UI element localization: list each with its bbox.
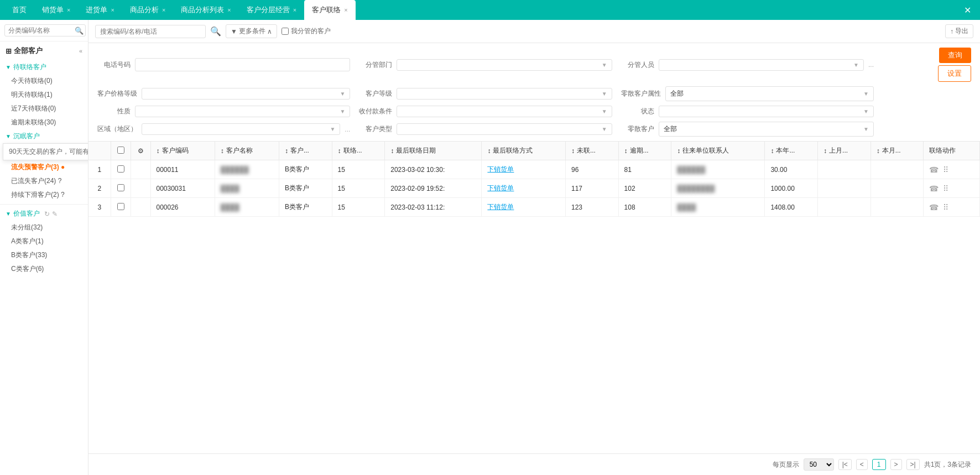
- customer-type-select[interactable]: ▼: [397, 123, 612, 135]
- first-page-btn[interactable]: |<: [838, 459, 852, 470]
- dept-select[interactable]: ▼: [397, 59, 612, 71]
- price-tier-select[interactable]: ▼: [142, 88, 350, 100]
- tab-customer-contact[interactable]: 客户联络 ×: [304, 0, 355, 20]
- sidebar-section-value[interactable]: ▼ 价值客户 ↻ ✎: [0, 207, 88, 221]
- col-contact-sort-icon[interactable]: ↕: [338, 147, 341, 155]
- close-window-btn[interactable]: ✕: [960, 5, 976, 15]
- status-select[interactable]: ▼: [659, 106, 874, 117]
- sidebar-item-class-c[interactable]: C类客户(6): [0, 262, 88, 276]
- person-select[interactable]: ▼: [659, 59, 864, 71]
- row-last-way: 下销货单: [482, 179, 566, 198]
- select-all-checkbox[interactable]: [117, 147, 124, 154]
- customer-grade-label: 客户等级: [359, 89, 392, 98]
- sidebar-item-overdue[interactable]: 逾期未联络(30): [0, 116, 88, 129]
- last-page-btn[interactable]: >|: [906, 459, 920, 470]
- tab-analysis-table-close[interactable]: ×: [227, 7, 231, 13]
- sidebar-item-ungrouped[interactable]: 未分组(32): [0, 221, 88, 234]
- action-more-icon[interactable]: ⠿: [943, 203, 948, 212]
- section-pending-label: 待联络客户: [13, 62, 46, 72]
- prev-page-btn[interactable]: <: [856, 459, 868, 470]
- last-way-link[interactable]: 下销货单: [487, 203, 514, 211]
- row-select-checkbox[interactable]: [117, 184, 124, 191]
- tab-customer-contact-close[interactable]: ×: [344, 7, 347, 13]
- sidebar-item-declining[interactable]: 持续下滑客户(2) ?: [0, 188, 88, 202]
- col-unit-contact-sort-icon[interactable]: ↕: [677, 147, 680, 155]
- col-this-year-sort-icon[interactable]: ↕: [770, 147, 774, 155]
- row-no-contact: 123: [565, 198, 618, 217]
- settings-button[interactable]: 设置: [938, 65, 971, 82]
- action-more-icon[interactable]: ⠿: [943, 184, 948, 193]
- sidebar-item-tomorrow[interactable]: 明天待联络(1): [0, 88, 88, 102]
- col-settings[interactable]: ⚙: [131, 142, 150, 160]
- sidebar-item-7days[interactable]: 近7天待联络(0): [0, 102, 88, 116]
- my-customers-checkbox-label[interactable]: 我分管的客户: [282, 27, 331, 36]
- action-phone-icon[interactable]: ☎: [929, 203, 939, 212]
- col-last-date-sort-icon[interactable]: ↕: [390, 147, 394, 155]
- phone-input[interactable]: [135, 58, 350, 71]
- sidebar-section-dormant[interactable]: ▼ 沉眠客户: [0, 129, 88, 143]
- col-type-sort-icon[interactable]: ↕: [285, 147, 288, 155]
- region-more-icon[interactable]: ...: [345, 126, 350, 133]
- col-code-sort-icon[interactable]: ↕: [157, 147, 160, 155]
- row-select-checkbox[interactable]: [117, 203, 124, 210]
- sidebar-collapse-icon[interactable]: «: [79, 48, 82, 54]
- sidebar-item-today[interactable]: 今天待联络(0): [0, 74, 88, 88]
- search-button[interactable]: 🔍: [210, 26, 221, 36]
- search-input[interactable]: [95, 25, 206, 38]
- query-button[interactable]: 查询: [939, 48, 971, 63]
- col-name-sort-icon[interactable]: ↕: [221, 147, 224, 155]
- customer-grade-select[interactable]: ▼: [397, 88, 612, 100]
- tab-analysis[interactable]: 商品分析 ×: [122, 0, 173, 20]
- more-conditions-button[interactable]: ▼ 更多条件 ∧: [226, 24, 277, 38]
- col-last-month-label: 上月...: [829, 146, 848, 155]
- tab-customer-tier-close[interactable]: ×: [293, 7, 296, 13]
- tab-sales[interactable]: 销货单 ×: [34, 0, 78, 20]
- sidebar-all-customers[interactable]: ⊞ 全部客户 «: [0, 41, 88, 60]
- row-type: B类客户: [279, 198, 332, 217]
- tab-analysis-close[interactable]: ×: [162, 7, 165, 13]
- row-unit-contact: ████████: [671, 179, 765, 198]
- filter-bar: 🔍 ▼ 更多条件 ∧ 我分管的客户 ↑ 导出: [88, 20, 980, 43]
- casual-customer-select[interactable]: 全部 ▼: [659, 122, 874, 137]
- tab-analysis-table[interactable]: 商品分析列表 ×: [173, 0, 238, 20]
- col-last-month-sort-icon[interactable]: ↕: [823, 147, 827, 155]
- col-code-label: 客户编码: [162, 146, 189, 155]
- sidebar-item-churn-warning[interactable]: 流失预警客户(3) ●: [0, 160, 88, 174]
- action-more-icon[interactable]: ⠿: [943, 165, 948, 174]
- sidebar-item-churned[interactable]: 已流失客户(24) ?: [0, 174, 88, 188]
- last-way-link[interactable]: 下销货单: [487, 165, 514, 173]
- nature-select[interactable]: ▼: [135, 106, 350, 117]
- action-phone-icon[interactable]: ☎: [929, 165, 939, 174]
- payment-select[interactable]: ▼: [397, 106, 612, 117]
- row-overdue: 102: [618, 179, 671, 198]
- region-select[interactable]: ▼: [142, 123, 340, 135]
- tab-sales-close[interactable]: ×: [67, 7, 70, 13]
- tab-purchase[interactable]: 进货单 ×: [78, 0, 122, 20]
- row-select-checkbox[interactable]: [117, 165, 124, 173]
- col-this-month-label: 本月...: [882, 146, 901, 155]
- col-last-way-sort-icon[interactable]: ↕: [487, 147, 491, 155]
- action-phone-icon[interactable]: ☎: [929, 184, 939, 193]
- export-button[interactable]: ↑ 导出: [945, 24, 973, 38]
- refresh-icon[interactable]: ↻: [44, 210, 50, 218]
- col-no-contact-sort-icon[interactable]: ↕: [571, 147, 575, 155]
- my-customers-checkbox[interactable]: [282, 28, 289, 35]
- section-dormant-arrow-icon: ▼: [6, 133, 11, 139]
- tab-home[interactable]: 首页: [4, 0, 34, 20]
- next-page-btn[interactable]: >: [890, 459, 902, 470]
- last-way-link[interactable]: 下销货单: [487, 184, 514, 192]
- casual-attr-select[interactable]: 全部 ▼: [665, 86, 874, 101]
- sidebar-item-class-a[interactable]: A类客户(1): [0, 234, 88, 248]
- tab-purchase-close[interactable]: ×: [111, 7, 114, 13]
- person-label: 分管人员: [621, 60, 654, 70]
- col-type: ↕客户...: [279, 142, 332, 160]
- person-more-icon[interactable]: ...: [868, 61, 874, 69]
- tab-customer-tier[interactable]: 客户分层经营 ×: [239, 0, 304, 20]
- page-size-select[interactable]: 50 100: [804, 458, 834, 471]
- col-overdue-sort-icon[interactable]: ↕: [624, 147, 628, 155]
- edit-icon[interactable]: ✎: [52, 210, 58, 218]
- sidebar-item-class-b[interactable]: B类客户(33): [0, 248, 88, 262]
- sidebar-section-pending[interactable]: ▼ 待联络客户: [0, 60, 88, 74]
- col-this-month-sort-icon[interactable]: ↕: [877, 147, 880, 155]
- sidebar-search-input[interactable]: [4, 24, 86, 36]
